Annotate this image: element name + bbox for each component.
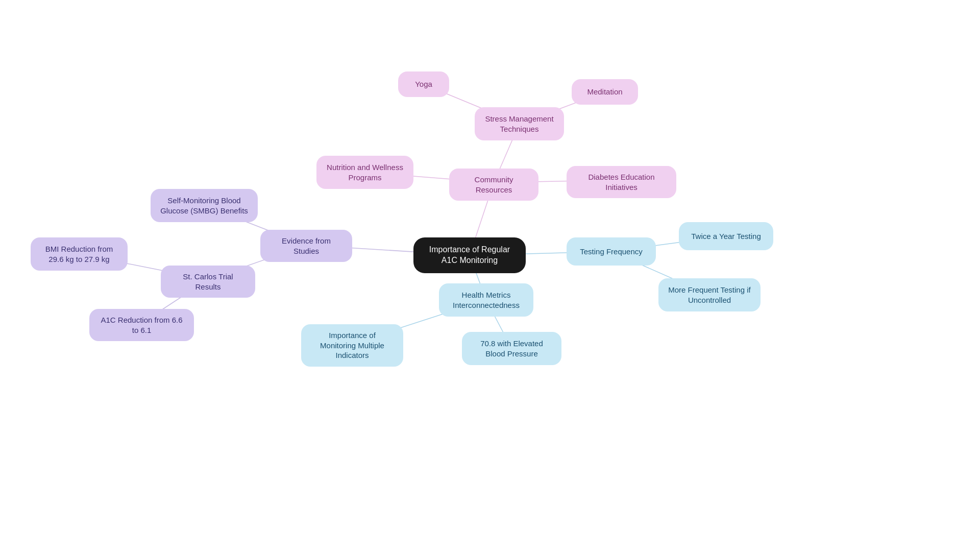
node-health_metrics[interactable]: Health Metrics Interconnectedness [439,283,533,317]
node-a1c[interactable]: A1C Reduction from 6.6 to 6.1 [89,309,194,341]
node-community[interactable]: Community Resources [449,169,538,201]
node-bmi[interactable]: BMI Reduction from 29.6 kg to 27.9 kg [31,237,128,271]
node-testing_freq[interactable]: Testing Frequency [567,237,656,266]
node-stress[interactable]: Stress Management Techniques [475,107,564,140]
node-more_frequent[interactable]: More Frequent Testing if Uncontrolled [658,278,761,311]
node-nutrition[interactable]: Nutrition and Wellness Programs [316,156,413,189]
node-yoga[interactable]: Yoga [398,71,449,97]
node-center[interactable]: Importance of Regular A1C Monitoring [413,237,526,273]
node-twice_year[interactable]: Twice a Year Testing [679,222,773,250]
node-importance_monitoring[interactable]: Importance of Monitoring Multiple Indica… [301,324,403,367]
node-diabetes_ed[interactable]: Diabetes Education Initiatives [567,166,676,198]
connections-svg [0,0,980,553]
mindmap-container: Importance of Regular A1C MonitoringEvid… [0,0,980,553]
node-evidence[interactable]: Evidence from Studies [260,230,352,262]
node-st_carlos[interactable]: St. Carlos Trial Results [161,266,255,298]
node-elevated_bp[interactable]: 70.8 with Elevated Blood Pressure [462,332,561,365]
node-meditation[interactable]: Meditation [572,79,638,105]
node-smbg[interactable]: Self-Monitoring Blood Glucose (SMBG) Ben… [151,189,258,222]
